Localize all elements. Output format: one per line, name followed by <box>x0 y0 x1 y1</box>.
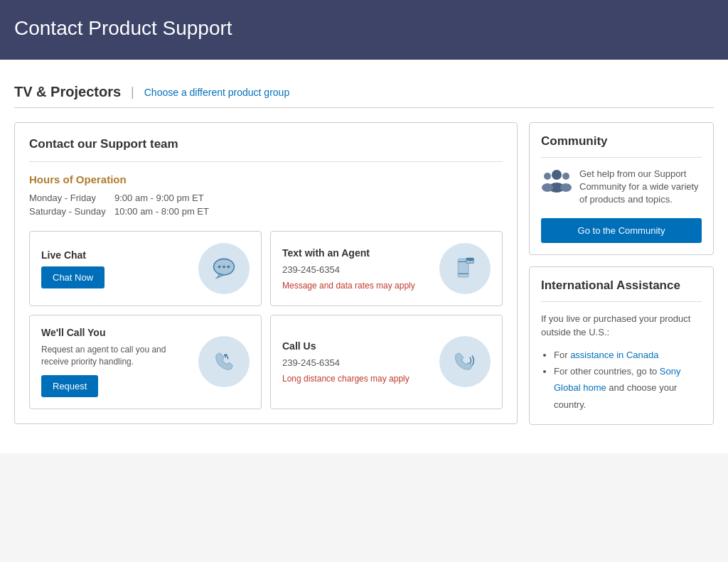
svg-point-4 <box>227 266 230 269</box>
support-panel-title: Contact our Support team <box>29 137 503 162</box>
svg-point-16 <box>562 173 569 180</box>
international-title: International Assistance <box>541 279 702 302</box>
intl-canada-item: For assistance in Canada <box>554 347 702 363</box>
community-body: Get help from our Support Community for … <box>541 168 702 207</box>
svg-marker-6 <box>217 274 225 278</box>
intl-canada-prefix: For <box>554 350 570 360</box>
svg-point-2 <box>218 266 221 269</box>
text-agent-phone: 239-245-6354 <box>282 264 432 275</box>
mobile-text-icon-circle: text <box>439 243 491 294</box>
hours-row-weekday: Monday - Friday 9:00 am - 9:00 pm ET <box>29 193 503 203</box>
live-chat-label: Live Chat <box>41 249 191 261</box>
chat-now-button[interactable]: Chat Now <box>41 266 105 288</box>
call-you-card: We'll Call You Request an agent to call … <box>29 315 262 409</box>
hours-row-weekend: Saturday - Sunday 10:00 am - 8:00 pm ET <box>29 206 503 217</box>
intl-other-prefix: For other countries, go to <box>554 366 660 377</box>
community-card: Community Get help from our Support Comm… <box>529 122 714 255</box>
call-us-label: Call Us <box>282 340 432 352</box>
main-content: TV & Projectors | Choose a different pro… <box>0 60 728 453</box>
call-us-content: Call Us 239-245-6354 Long distance charg… <box>282 340 432 384</box>
text-agent-card: Text with an Agent 239-245-6354 Message … <box>270 231 503 306</box>
chat-bubble-icon <box>210 254 238 283</box>
weekday-label: Monday - Friday <box>29 193 114 203</box>
community-description: Get help from our Support Community for … <box>579 168 702 207</box>
phone-waves-icon <box>451 347 479 376</box>
call-us-card: Call Us 239-245-6354 Long distance charg… <box>270 315 503 409</box>
call-you-content: We'll Call You Request an agent to call … <box>41 327 191 397</box>
request-button[interactable]: Request <box>41 375 98 397</box>
content-layout: Contact our Support team Hours of Operat… <box>14 122 714 425</box>
svg-point-3 <box>223 266 225 269</box>
support-grid: Live Chat Chat Now <box>29 231 503 409</box>
weekday-time: 9:00 am - 9:00 pm ET <box>114 193 204 203</box>
breadcrumb-divider: | <box>131 85 134 99</box>
breadcrumb: TV & Projectors | Choose a different pro… <box>14 74 714 108</box>
go-to-community-button[interactable]: Go to the Community <box>541 218 702 243</box>
international-description: If you live or purchased your product ou… <box>541 312 702 340</box>
chat-icon-circle <box>198 243 250 294</box>
live-chat-card: Live Chat Chat Now <box>29 231 262 306</box>
page-title: Contact Product Support <box>14 17 714 40</box>
call-you-label: We'll Call You <box>41 327 191 338</box>
call-us-phone: 239-245-6354 <box>282 357 432 368</box>
left-panel: Contact our Support team Hours of Operat… <box>14 122 518 424</box>
phone-return-icon-circle <box>198 336 250 387</box>
category-label: TV & Projectors <box>14 84 121 100</box>
intl-other-item: For other countries, go to Sony Global h… <box>554 363 702 413</box>
hours-table: Monday - Friday 9:00 am - 9:00 pm ET Sat… <box>29 193 503 217</box>
international-list: For assistance in Canada For other count… <box>554 347 702 414</box>
text-agent-note: Message and data rates may apply <box>282 281 432 291</box>
text-agent-label: Text with an Agent <box>282 247 432 259</box>
svg-point-14 <box>544 173 551 180</box>
people-icon <box>541 168 572 196</box>
weekend-time: 10:00 am - 8:00 pm ET <box>114 206 209 217</box>
international-card: International Assistance If you live or … <box>529 266 714 426</box>
intl-canada-link[interactable]: assistance in Canada <box>570 350 658 360</box>
svg-point-17 <box>560 183 572 192</box>
weekend-label: Saturday - Sunday <box>29 206 114 217</box>
phone-return-icon <box>210 347 238 376</box>
phone-waves-icon-circle <box>439 336 491 387</box>
page-header: Contact Product Support <box>0 0 728 60</box>
svg-point-12 <box>552 170 562 180</box>
mobile-text-icon: text <box>451 254 479 283</box>
right-panel: Community Get help from our Support Comm… <box>529 122 714 425</box>
community-title: Community <box>541 134 702 158</box>
call-us-note: Long distance charges may apply <box>282 374 432 384</box>
hours-title: Hours of Operation <box>29 173 503 185</box>
change-product-group-link[interactable]: Choose a different product group <box>144 87 289 98</box>
call-you-desc: Request an agent to call you and receive… <box>41 344 191 368</box>
svg-text:text: text <box>466 259 473 264</box>
text-agent-content: Text with an Agent 239-245-6354 Message … <box>282 247 432 291</box>
svg-point-15 <box>542 183 553 192</box>
live-chat-content: Live Chat Chat Now <box>41 249 191 288</box>
